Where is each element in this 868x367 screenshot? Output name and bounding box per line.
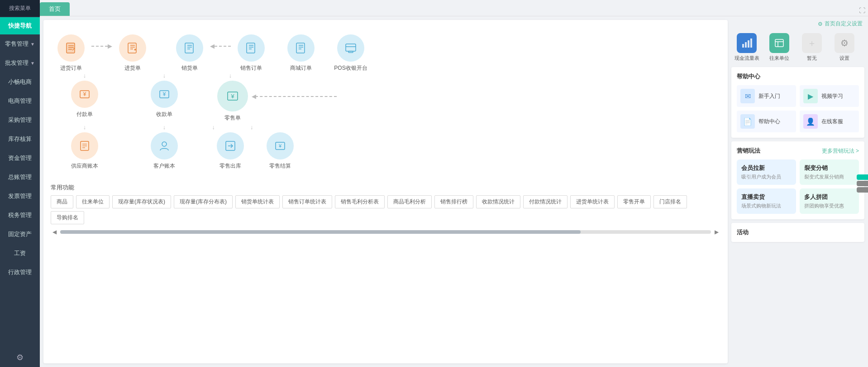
- sidebar-item-admin[interactable]: 行政管理: [0, 263, 40, 282]
- sidebar-nav-header: 快捷导航: [0, 17, 40, 34]
- help-item-service[interactable]: 👤 在线客服: [800, 111, 859, 132]
- sidebar-item-inventory[interactable]: 库存核算: [0, 130, 40, 149]
- sidebar-item-fixed-assets[interactable]: 固定资产: [0, 225, 40, 244]
- node-receipt[interactable]: ¥ 收款单: [144, 81, 185, 118]
- help-title: 帮助中心: [737, 72, 859, 81]
- live-sub: 场景式购物新玩法: [741, 203, 792, 209]
- func-btn-partners[interactable]: 往来单位: [76, 195, 110, 208]
- svg-rect-29: [750, 39, 752, 48]
- sidebar-item-invoice[interactable]: 发票管理: [0, 187, 40, 206]
- scroll-track[interactable]: [60, 230, 711, 234]
- func-btn-sales-order-stat[interactable]: 销售订单统计表: [282, 195, 332, 208]
- marketing-item-group[interactable]: 多人拼团 拼团购物享受优惠: [800, 188, 859, 214]
- marketing-item-fission[interactable]: 裂变分销 裂变式发展分销商: [800, 159, 859, 185]
- func-btn-guide-rank[interactable]: 导购排名: [51, 211, 84, 224]
- svg-rect-7: [247, 43, 255, 53]
- node-supplier-account[interactable]: 供应商账本: [64, 132, 105, 170]
- func-btn-sales-gross[interactable]: 销售毛利分析表: [335, 195, 385, 208]
- tab-home[interactable]: 首页: [40, 2, 70, 16]
- pos-icon: [337, 34, 364, 62]
- sidebar-item-wholesale[interactable]: 批发管理 ▼: [0, 53, 40, 72]
- scroll-right-btn[interactable]: ▶: [713, 229, 720, 235]
- node-payment[interactable]: ¥ 付款单: [64, 81, 105, 118]
- svg-rect-26: [742, 44, 744, 48]
- node-purchase-order[interactable]: 进货订单: [51, 34, 91, 72]
- none-label: 暂无: [807, 55, 817, 62]
- sidebar-item-ecommerce-small[interactable]: 小畅电商: [0, 72, 40, 92]
- supplier-account-label: 供应商账本: [71, 162, 98, 170]
- sales-bill-icon: [176, 34, 203, 62]
- partners-icon: [769, 33, 789, 53]
- func-btn-inventory-dist[interactable]: 现存量(库存分布表): [174, 195, 233, 208]
- func-btn-store-rank[interactable]: 门店排名: [653, 195, 687, 208]
- help-grid: ✉ 新手入门 ▶ 视频学习 📄 帮助中心 👤 在线客服: [737, 85, 859, 132]
- help-item-help[interactable]: 📄 帮助中心: [737, 111, 796, 132]
- group-title: 多人拼团: [804, 193, 854, 201]
- left-panel: 进货订单 ▶: [43, 20, 728, 363]
- quick-icon-partners[interactable]: 往来单位: [766, 33, 793, 62]
- sidebar-item-ledger[interactable]: 总账管理: [0, 168, 40, 187]
- float-btn-service[interactable]: 客服热线: [857, 174, 868, 180]
- service-icon: 👤: [803, 114, 818, 129]
- help-item-beginner[interactable]: ✉ 新手入门: [737, 85, 796, 107]
- node-sales-bill[interactable]: 销货单: [169, 34, 210, 72]
- quick-icon-none[interactable]: ＋ 暂无: [798, 33, 825, 62]
- chevron-down-icon: ▼: [30, 42, 35, 47]
- marketing-item-member[interactable]: 会员拉新 吸引用户成为会员: [737, 159, 796, 185]
- func-btn-sales-stat[interactable]: 销货单统计表: [235, 195, 280, 208]
- settings-icon[interactable]: ⚙: [0, 348, 40, 367]
- expand-icon[interactable]: ⛶: [859, 7, 865, 14]
- sidebar-item-ecommerce[interactable]: 电商管理: [0, 92, 40, 111]
- func-btn-inventory-status[interactable]: 现存量(库存状况表): [112, 195, 171, 208]
- purchase-bill-label: 进货单: [124, 64, 141, 72]
- sidebar-item-retail[interactable]: 零售管理 ▼: [0, 34, 40, 53]
- homepage-customize-link[interactable]: ⚙ 首页自定义设置: [731, 20, 864, 28]
- common-functions-title: 常用功能: [51, 184, 720, 192]
- quick-icon-settings[interactable]: ⚙ 设置: [831, 33, 858, 62]
- node-sales-order[interactable]: 销售订单: [231, 34, 272, 72]
- sidebar-search[interactable]: 搜索菜单: [0, 0, 40, 17]
- right-panel: ⚙ 首页自定义设置 现金流量表: [728, 16, 868, 367]
- func-btn-payment-stat[interactable]: 付款情况统计: [523, 195, 568, 208]
- node-purchase-bill[interactable]: 进货单: [112, 34, 153, 72]
- node-retail-settlement[interactable]: ¥ 零售结算: [260, 132, 300, 170]
- func-btn-receipt-stat[interactable]: 收款情况统计: [476, 195, 520, 208]
- help-icon: 📄: [740, 114, 755, 129]
- partners-label: 往来单位: [769, 55, 789, 62]
- mall-order-icon: [287, 34, 315, 62]
- func-btn-sales-rank[interactable]: 销售排行榜: [434, 195, 473, 208]
- node-customer-account[interactable]: 客户账本: [144, 132, 185, 170]
- sidebar-item-tax[interactable]: 税务管理: [0, 206, 40, 225]
- help-item-video[interactable]: ▶ 视频学习: [800, 85, 859, 107]
- func-btn-goods[interactable]: 商品: [51, 195, 73, 208]
- scroll-left-btn[interactable]: ◀: [51, 229, 58, 235]
- main-area: 首页 ⛶: [40, 0, 868, 367]
- svg-rect-0: [67, 43, 75, 53]
- marketing-more-link[interactable]: 更多营销玩法 >: [822, 147, 859, 155]
- sidebar-item-salary[interactable]: 工资: [0, 244, 40, 263]
- sales-order-label: 销售订单: [240, 64, 262, 72]
- cashflow-icon: [737, 33, 757, 53]
- func-btn-purchase-stat[interactable]: 进货单统计表: [570, 195, 615, 208]
- node-retail-bill[interactable]: ¥ 零售单: [210, 81, 255, 122]
- svg-rect-8: [296, 43, 305, 53]
- sidebar-item-purchase[interactable]: 采购管理: [0, 111, 40, 130]
- sidebar-item-finance[interactable]: 资金管理: [0, 149, 40, 168]
- node-retail-outbound[interactable]: 零售出库: [210, 132, 251, 170]
- node-pos[interactable]: POS收银开台: [330, 34, 371, 72]
- func-btn-goods-gross[interactable]: 商品毛利分析: [387, 195, 432, 208]
- marketing-grid: 会员拉新 吸引用户成为会员 裂变分销 裂变式发展分销商 直播卖货 场景式购物新玩…: [737, 159, 859, 214]
- svg-point-22: [162, 142, 167, 146]
- receipt-icon: ¥: [151, 81, 178, 108]
- node-mall-order[interactable]: 商城订单: [281, 34, 321, 72]
- marketing-item-live[interactable]: 直播卖货 场景式购物新玩法: [737, 188, 796, 214]
- flow-diagram: 进货订单 ▶: [51, 27, 720, 179]
- payment-label: 付款单: [76, 111, 93, 118]
- beginner-label: 新手入门: [758, 92, 780, 100]
- float-btn-desktop[interactable]: 桌面快捷: [857, 187, 868, 193]
- fission-sub: 裂变式发展分销商: [804, 174, 854, 180]
- quick-icon-cashflow[interactable]: 现金流量表: [733, 33, 760, 62]
- sidebar: 搜索菜单 快捷导航 零售管理 ▼ 批发管理 ▼ 小畅电商 电商管理 采购管理 库…: [0, 0, 40, 367]
- func-btn-retail-order[interactable]: 零售开单: [617, 195, 651, 208]
- float-btn-community[interactable]: 服务社区: [857, 181, 868, 186]
